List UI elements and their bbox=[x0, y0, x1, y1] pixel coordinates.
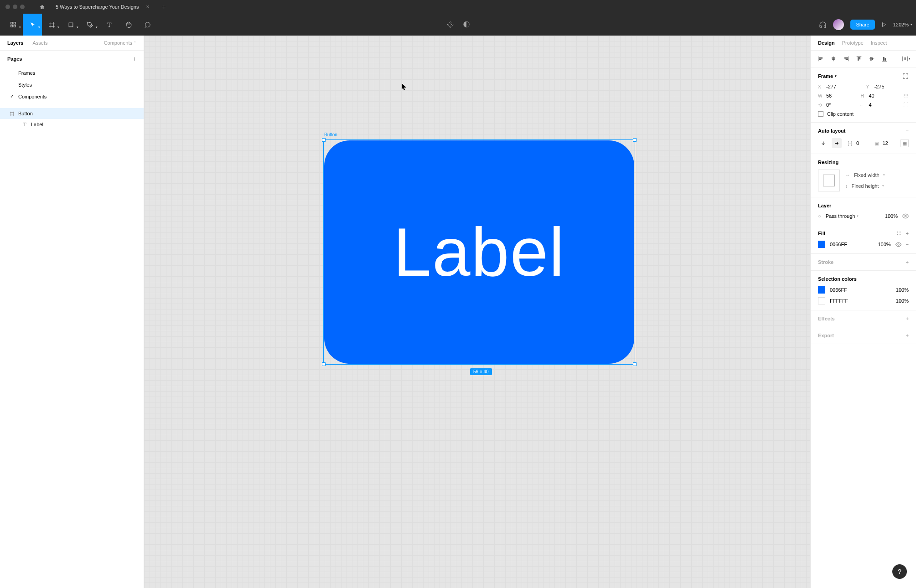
shape-tool-button[interactable]: ▾ bbox=[61, 14, 80, 36]
fill-swatch[interactable] bbox=[818, 241, 825, 248]
visibility-icon[interactable] bbox=[902, 213, 909, 219]
blend-mode-icon[interactable]: ○ bbox=[818, 213, 821, 219]
radius-input[interactable]: 4 bbox=[869, 102, 872, 108]
align-left-icon[interactable] bbox=[816, 54, 825, 63]
page-item-components[interactable]: Components bbox=[0, 91, 144, 103]
main-menu-button[interactable]: ▾ bbox=[4, 14, 23, 36]
distribute-icon[interactable]: ▾ bbox=[901, 54, 911, 63]
add-export-icon[interactable]: + bbox=[906, 333, 909, 338]
svg-rect-20 bbox=[819, 59, 821, 60]
color-hex[interactable]: FFFFFF bbox=[830, 298, 848, 304]
padding-icon: ▣ bbox=[875, 141, 880, 146]
right-panel: Design Prototype Inspect ▾ Frame▾ X-277 … bbox=[810, 36, 916, 588]
add-page-icon[interactable]: + bbox=[133, 55, 136, 62]
tab-design[interactable]: Design bbox=[818, 40, 835, 46]
chevron-down-icon: ▾ bbox=[38, 26, 40, 29]
align-top-icon[interactable] bbox=[854, 54, 864, 63]
pen-tool-button[interactable]: ▾ bbox=[80, 14, 99, 36]
tab-layers[interactable]: Layers bbox=[7, 40, 23, 46]
opacity-input[interactable]: 100% bbox=[885, 213, 898, 219]
minimize-window-icon[interactable] bbox=[13, 5, 17, 9]
horizontal-direction-button[interactable] bbox=[832, 138, 842, 148]
checkbox-icon bbox=[818, 111, 823, 117]
tab-prototype[interactable]: Prototype bbox=[842, 40, 864, 46]
user-avatar[interactable] bbox=[833, 19, 844, 30]
tab-inspect[interactable]: Inspect bbox=[871, 40, 887, 46]
headphones-icon[interactable] bbox=[819, 21, 827, 29]
align-right-icon[interactable] bbox=[842, 54, 851, 63]
blend-mode-dropdown[interactable]: Pass through▾ bbox=[826, 213, 859, 219]
document-tab-title[interactable]: 5 Ways to Supercharge Your Designs bbox=[56, 4, 139, 10]
h-input[interactable]: 40 bbox=[869, 93, 875, 98]
w-input[interactable]: 56 bbox=[826, 93, 832, 98]
new-tab-icon[interactable]: + bbox=[162, 3, 166, 10]
rotation-input[interactable]: 0° bbox=[826, 102, 831, 108]
y-input[interactable]: -275 bbox=[875, 84, 885, 89]
remove-fill-icon[interactable]: − bbox=[906, 242, 909, 247]
visibility-icon[interactable] bbox=[895, 242, 901, 248]
tool-group-left: ▾ ▾ ▾ ▾ ▾ bbox=[4, 14, 157, 36]
resize-handle-bl[interactable] bbox=[322, 362, 326, 366]
frame-tool-button[interactable]: ▾ bbox=[42, 14, 61, 36]
add-fill-icon[interactable]: + bbox=[906, 231, 909, 236]
resize-handle-tr[interactable] bbox=[633, 138, 637, 142]
color-swatch[interactable] bbox=[818, 297, 825, 304]
text-tool-button[interactable] bbox=[99, 14, 119, 36]
resize-handle-br[interactable] bbox=[633, 362, 637, 366]
independent-corners-icon[interactable] bbox=[903, 102, 909, 108]
page-selector[interactable]: Components ⌃ bbox=[104, 40, 136, 46]
component-icon[interactable] bbox=[446, 21, 454, 28]
close-window-icon[interactable] bbox=[5, 5, 10, 9]
mask-icon[interactable] bbox=[463, 21, 470, 28]
color-swatch[interactable] bbox=[818, 286, 825, 294]
vertical-direction-button[interactable] bbox=[818, 138, 828, 148]
svg-point-41 bbox=[899, 232, 900, 232]
zoom-dropdown[interactable]: 1202% ▾ bbox=[893, 22, 912, 27]
present-icon[interactable] bbox=[881, 22, 887, 27]
svg-rect-29 bbox=[859, 57, 860, 59]
vertical-icon: ↕ bbox=[845, 183, 848, 189]
comment-tool-button[interactable] bbox=[138, 14, 157, 36]
constrain-icon[interactable] bbox=[903, 93, 909, 98]
page-item-frames[interactable]: Frames bbox=[0, 67, 144, 79]
align-hcenter-icon[interactable] bbox=[829, 54, 838, 63]
frame-label[interactable]: Frame▾ bbox=[818, 73, 837, 79]
share-button[interactable]: Share bbox=[850, 20, 875, 30]
x-input[interactable]: -277 bbox=[826, 84, 836, 89]
alignment-picker-icon[interactable]: ▦ bbox=[900, 139, 909, 147]
resize-preview[interactable] bbox=[818, 170, 840, 191]
move-tool-button[interactable]: ▾ bbox=[23, 14, 42, 36]
align-bottom-icon[interactable] bbox=[880, 54, 889, 63]
page-item-styles[interactable]: Styles bbox=[0, 79, 144, 91]
add-effect-icon[interactable]: + bbox=[906, 316, 909, 321]
canvas-frame-label[interactable]: Button bbox=[324, 132, 337, 137]
layer-row-label[interactable]: Label bbox=[0, 119, 144, 130]
toolbar-center bbox=[446, 21, 470, 28]
width-resize-dropdown[interactable]: ↔ Fixed width ▾ bbox=[845, 172, 885, 178]
color-opacity: 100% bbox=[896, 287, 909, 293]
help-button[interactable]: ? bbox=[892, 564, 907, 579]
fill-opacity-input[interactable]: 100% bbox=[878, 242, 890, 247]
home-icon[interactable] bbox=[37, 2, 47, 11]
align-vcenter-icon[interactable] bbox=[867, 54, 876, 63]
remove-auto-layout-icon[interactable]: − bbox=[906, 128, 909, 134]
padding-input[interactable]: 12 bbox=[883, 140, 888, 146]
resize-to-fit-icon[interactable] bbox=[902, 73, 909, 79]
add-stroke-icon[interactable]: + bbox=[906, 259, 909, 265]
maximize-window-icon[interactable] bbox=[20, 5, 25, 9]
height-resize-dropdown[interactable]: ↕ Fixed height ▾ bbox=[845, 183, 885, 189]
clip-content-toggle[interactable]: Clip content bbox=[818, 111, 909, 117]
color-hex[interactable]: 0066FF bbox=[830, 287, 847, 293]
style-icon[interactable] bbox=[896, 231, 901, 236]
spacing-input[interactable]: 0 bbox=[856, 140, 859, 146]
resize-handle-tl[interactable] bbox=[322, 138, 326, 142]
selection-colors-label: Selection colors bbox=[818, 276, 857, 282]
fill-hex-input[interactable]: 0066FF bbox=[830, 242, 847, 247]
hand-tool-button[interactable] bbox=[119, 14, 138, 36]
canvas-button-frame[interactable]: Label bbox=[324, 140, 634, 364]
close-tab-icon[interactable]: × bbox=[146, 4, 149, 10]
canvas[interactable]: Button Label 56 × 40 bbox=[144, 36, 810, 588]
layer-row-button[interactable]: Button bbox=[0, 108, 144, 119]
auto-layout-section: Auto layout − ]‑[0 ▣12 ▦ bbox=[811, 123, 916, 154]
tab-assets[interactable]: Assets bbox=[32, 40, 47, 46]
